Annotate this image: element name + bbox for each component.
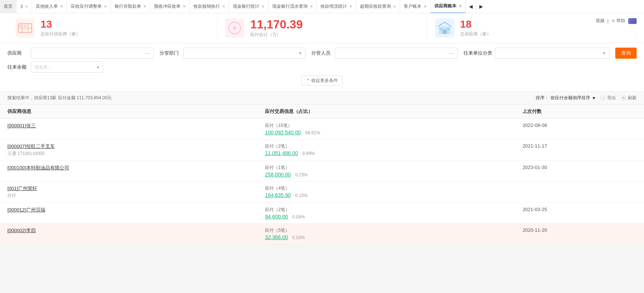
supplier-cell: [000012]广州贝瑞 xyxy=(0,203,258,224)
close-icon[interactable]: ✕ xyxy=(60,4,63,8)
refresh-button[interactable]: ↻ 刷新 xyxy=(621,95,637,101)
stats-bar: 13 总应付供应商（家） ¥ 11,170.39 应付合计（万） xyxy=(0,13,644,43)
nav-tab-cash-bank-stat[interactable]: 现金银行统计 ✕ xyxy=(229,0,269,13)
stat-block-suppliers: 13 总应付供应商（家） xyxy=(7,18,217,38)
dept-select[interactable]: ▼ xyxy=(183,48,306,59)
category-select[interactable]: ▼ xyxy=(495,48,610,59)
supplier-sub-info: 仔仔 xyxy=(7,193,250,199)
action-buttons: ↑ 导出 ↻ 刷新 xyxy=(601,95,637,101)
nav-next-arrow[interactable]: ▶ xyxy=(476,0,486,13)
close-icon[interactable]: ✕ xyxy=(25,4,28,8)
nav-tab-customer-ledger[interactable]: 客户账本 ✕ xyxy=(400,0,431,13)
tx-amount[interactable]: 100,092,540.00 xyxy=(265,130,301,135)
close-icon[interactable]: ✕ xyxy=(424,4,427,8)
close-icon[interactable]: ✕ xyxy=(183,4,186,8)
supplier-cell: [000100]本特勒油品有限公司 xyxy=(0,161,258,182)
tx-label: 应付（15笔） xyxy=(265,123,508,129)
tx-pct: 0.23% xyxy=(295,172,308,177)
tx-label: 应付（2笔） xyxy=(265,143,508,149)
tx-amount[interactable]: 94,600.00 xyxy=(265,214,288,220)
nav-tab-collection-stat[interactable]: 收款情况统计 ✕ xyxy=(317,0,356,13)
tx-amount[interactable]: 32,366.00 xyxy=(265,234,288,240)
balance-label: 往来余额 xyxy=(7,64,28,70)
video-link[interactable]: 视频 xyxy=(596,18,605,24)
collapse-button[interactable]: ⌃ 收起更多条件 xyxy=(301,76,343,86)
tx-amount[interactable]: 258,000.00 xyxy=(265,172,291,177)
nav-tab-overdue[interactable]: 超期应收款查询 ✕ xyxy=(356,0,400,13)
person-dots[interactable]: ··· xyxy=(449,50,454,56)
supplier-link[interactable]: [001]广州荣轩 xyxy=(7,186,37,191)
close-icon[interactable]: ✕ xyxy=(143,4,146,8)
svg-point-3 xyxy=(24,25,26,27)
last-pay-cell: 2021-11-17 xyxy=(515,139,644,161)
supplier-label: 供应商 xyxy=(7,50,28,56)
nav-tab-supplier-ledger[interactable]: 供应商账本 ✕ xyxy=(431,0,466,13)
tx-cell: 应付（15笔）100,092,540.0089.61% xyxy=(258,119,515,139)
sort-select[interactable]: 排序： 按应付余额倒序排序 ▼ xyxy=(536,95,596,101)
balance-select[interactable]: 请选择... ▼ xyxy=(31,62,103,73)
close-icon[interactable]: ✕ xyxy=(393,4,396,8)
supplier-link[interactable]: [000001]张三 xyxy=(7,123,36,128)
tx-amount[interactable]: 164,635.90 xyxy=(265,192,291,198)
table-row: [000002]李四应付（5笔）32,366.000.03%2020-11-20 xyxy=(0,224,644,244)
nav-tab-home[interactable]: 首页 xyxy=(0,0,17,13)
query-button[interactable]: 查询 xyxy=(615,48,637,59)
last-pay-cell: 2023-01-30 xyxy=(515,161,644,182)
last-pay-cell: 2021-03-25 xyxy=(515,203,644,224)
filter-row-1: 供应商 ··· 分管部门 ▼ 分管人员 ··· 往来单位分类 xyxy=(7,48,637,59)
close-icon[interactable]: ✕ xyxy=(104,4,107,8)
dept-arrow-icon: ▼ xyxy=(298,51,302,55)
stat-label-total-suppliers: 总供应商（家） xyxy=(460,31,491,37)
nav-tab-cash-flow[interactable]: 现金银行流水查询 ✕ xyxy=(269,0,317,13)
supplier-cell: [000007]恒旺二手叉车王通 17106110000 xyxy=(0,139,258,161)
tx-pct: 0.08% xyxy=(292,214,305,220)
close-icon[interactable]: ✕ xyxy=(310,4,313,8)
supplier-dots[interactable]: ··· xyxy=(145,50,150,56)
filter-item-balance: 往来余额 请选择... ▼ xyxy=(7,62,103,73)
supplier-cell: [001]广州荣轩仔仔 xyxy=(0,182,258,203)
last-pay-cell: 2022-08-08 xyxy=(515,119,644,139)
supplier-link[interactable]: [000012]广州贝瑞 xyxy=(7,207,45,213)
ai-badge[interactable]: Ai xyxy=(628,18,637,24)
supplier-cell: [000002]李四 xyxy=(0,224,258,244)
money-icon: ¥ xyxy=(224,18,245,38)
nav-tab-prepay[interactable]: 预收冲应收单 ✕ xyxy=(150,0,190,13)
nav-tab-other-income[interactable]: 其他收入单 ✕ xyxy=(32,0,67,13)
supplier-select[interactable]: ··· xyxy=(31,48,154,59)
tx-pct: 89.61% xyxy=(305,130,321,135)
table-row: [000100]本特勒油品有限公司应付（1笔）258,000.000.23%20… xyxy=(0,161,644,182)
supplier-link[interactable]: [000007]恒旺二手叉车 xyxy=(7,144,55,149)
supplier-sub-info: 王通 17106110000 xyxy=(7,151,250,157)
stat-content-total-payable: 11,170.39 应付合计（万） xyxy=(250,18,302,38)
filter-item-person: 分管人员 ··· xyxy=(311,48,458,59)
nav-tab-collection[interactable]: 收款核销执行 ✕ xyxy=(190,0,229,13)
refresh-icon: ↻ xyxy=(621,96,626,101)
supplier-link[interactable]: [000002]李四 xyxy=(7,228,36,233)
col-header-supplier: 供应商信息 xyxy=(0,104,258,119)
nav-tab-adjust[interactable]: 应收应付调整单 ✕ xyxy=(67,0,111,13)
table-header: 供应商信息 应付交易信息（占比） 上次付数 xyxy=(0,104,644,119)
help-link[interactable]: ⊙ 帮助 xyxy=(612,18,625,24)
close-icon[interactable]: ✕ xyxy=(262,4,265,8)
close-icon[interactable]: ✕ xyxy=(459,4,462,8)
export-button[interactable]: ↑ 导出 xyxy=(601,95,616,101)
supplier-link[interactable]: [000100]本特勒油品有限公司 xyxy=(7,165,69,170)
person-select[interactable]: ··· xyxy=(335,48,458,59)
stat-content-total-suppliers: 18 总供应商（家） xyxy=(460,19,491,37)
nav-prev-arrow[interactable]: ◀ xyxy=(466,0,476,13)
result-summary: 搜索结果中，供应商13家 应付金额 111,703,854.00元 xyxy=(7,95,112,101)
tx-label: 应付（5笔） xyxy=(265,227,508,234)
separator: | xyxy=(608,18,609,24)
last-pay-cell xyxy=(515,182,644,203)
table-container: 供应商信息 应付交易信息（占比） 上次付数 [000001]张三应付（15笔）1… xyxy=(0,104,644,244)
nav-tab-bank[interactable]: 银行存取款单 ✕ xyxy=(111,0,150,13)
svg-rect-10 xyxy=(440,28,442,30)
nav-tab-3[interactable]: 3 ✕ xyxy=(17,0,32,13)
stat-block-total-payable: ¥ 11,170.39 应付合计（万） xyxy=(217,18,427,38)
close-icon[interactable]: ✕ xyxy=(222,4,225,8)
tx-amount[interactable]: 11,051,486.00 xyxy=(265,150,298,156)
tx-label: 应付（1笔） xyxy=(265,165,508,171)
close-icon[interactable]: ✕ xyxy=(349,4,352,8)
supplier-cell: [000001]张三 xyxy=(0,119,258,139)
tx-cell: 应付（2笔）11,051,486.009.89% xyxy=(258,139,515,161)
